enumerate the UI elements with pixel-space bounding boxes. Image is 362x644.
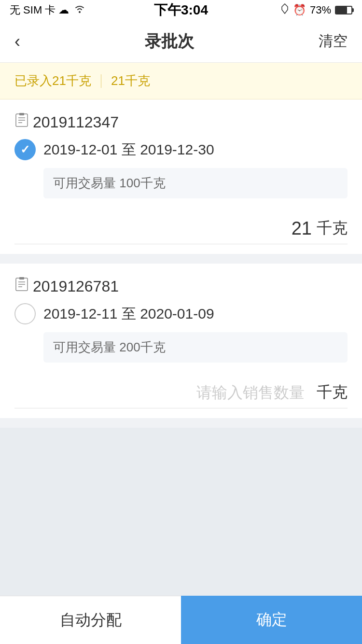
auto-distribute-button[interactable]: 自动分配 xyxy=(0,596,181,644)
batch2-quantity-unit: 千克 xyxy=(317,382,348,403)
status-right: ⏰ 73% xyxy=(280,3,352,17)
batch2-available: 可用交易量 200千克 xyxy=(43,332,348,363)
back-button[interactable]: ‹ xyxy=(14,31,20,52)
status-left: 无 SIM 卡 ☁ xyxy=(10,3,86,17)
batch1-number-row: 2019112347 xyxy=(14,113,348,131)
alarm-icon: ⏰ xyxy=(293,4,306,16)
batch1-quantity-value: 21 xyxy=(292,218,312,239)
status-bar: 无 SIM 卡 ☁ 下午3:04 ⏰ 73% xyxy=(0,0,362,20)
batch-card-1: 2019112347 ✓ 2019-12-01 至 2019-12-30 可用交… xyxy=(0,99,362,254)
batch1-spacer xyxy=(0,244,362,254)
battery-text: 73% xyxy=(310,4,331,16)
status-time: 下午3:04 xyxy=(154,1,208,19)
no-sim-text: 无 SIM 卡 ☁ xyxy=(10,3,69,17)
batch1-icon xyxy=(14,113,29,131)
batch1-radio[interactable]: ✓ xyxy=(14,139,36,160)
batch1-available: 可用交易量 100千克 xyxy=(43,168,348,198)
batch2-number-row: 2019126781 xyxy=(14,277,348,295)
batch1-quantity-unit: 千克 xyxy=(317,218,348,239)
batch2-number: 2019126781 xyxy=(33,278,119,295)
batch2-spacer xyxy=(0,408,362,418)
batch1-number: 2019112347 xyxy=(33,113,119,131)
batch1-quantity-row: 21 千克 xyxy=(0,208,362,239)
batch2-date: 2019-12-11 至 2020-01-09 xyxy=(43,304,214,324)
banner-divider xyxy=(101,74,101,88)
batch-card-2: 2019126781 2019-12-11 至 2020-01-09 可用交易量… xyxy=(0,264,362,418)
batch2-date-row[interactable]: 2019-12-11 至 2020-01-09 xyxy=(14,303,348,324)
bottom-buttons: 自动分配 确定 xyxy=(0,596,362,644)
batch1-check-icon: ✓ xyxy=(20,143,30,156)
location-icon xyxy=(280,3,289,17)
batch2-quantity-row[interactable]: 千克 xyxy=(0,372,362,403)
batch2-quantity-input[interactable] xyxy=(177,384,312,402)
svg-rect-10 xyxy=(19,277,24,280)
info-banner: 已录入21千克 21千克 xyxy=(0,63,362,99)
batch1-date-row[interactable]: ✓ 2019-12-01 至 2019-12-30 xyxy=(14,139,348,160)
batch2-icon xyxy=(14,277,29,295)
nav-bar: ‹ 录批次 清空 xyxy=(0,20,362,63)
confirm-button[interactable]: 确定 xyxy=(181,596,362,644)
clear-button[interactable]: 清空 xyxy=(319,31,348,51)
main-content: 已录入21千克 21千克 2019112347 xyxy=(0,63,362,644)
recorded-amount: 已录入21千克 xyxy=(14,72,91,89)
page-title: 录批次 xyxy=(145,30,194,53)
battery-icon xyxy=(335,4,352,16)
current-amount: 21千克 xyxy=(111,72,150,89)
batch1-date: 2019-12-01 至 2019-12-30 xyxy=(43,140,214,160)
batch2-radio[interactable] xyxy=(14,303,36,324)
wifi-icon xyxy=(73,4,86,16)
svg-point-0 xyxy=(79,11,81,13)
svg-rect-5 xyxy=(19,113,24,115)
